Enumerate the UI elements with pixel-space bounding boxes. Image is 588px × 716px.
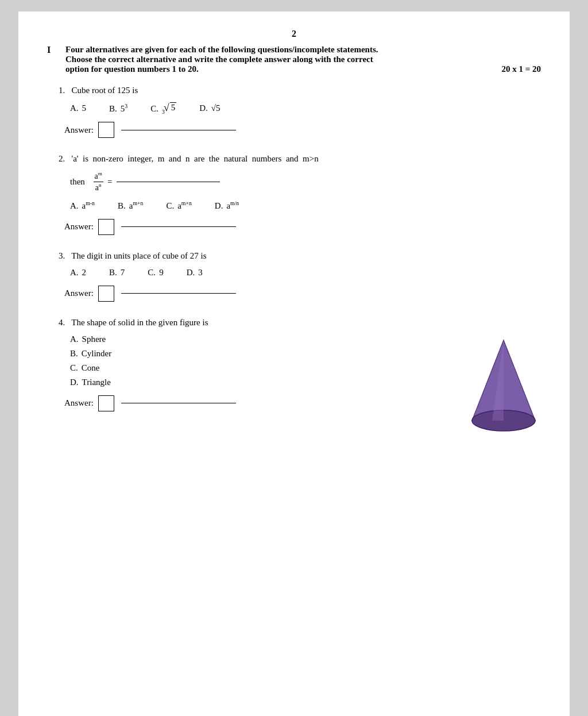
q2-content: 'a' is non-zero integer, m and n are the… (72, 154, 319, 163)
q4-answer-label: Answer: (64, 398, 94, 408)
q2-option-d: D. am/n (215, 200, 239, 211)
question-4-text: 4. The shape of solid in the given figur… (59, 318, 541, 328)
q1-option-d-value: √5 (211, 103, 220, 113)
q3-option-d-value: 3 (198, 268, 203, 278)
section-header: I Four alternatives are given for each o… (47, 45, 541, 74)
q1-number: 1. (59, 86, 65, 95)
q1-content: Cube root of 125 is (72, 86, 138, 95)
q4-option-a: A. Sphere (70, 334, 443, 344)
q3-option-b-label: B. (109, 268, 117, 278)
q3-option-a-label: A. (70, 268, 79, 278)
q2-option-a-value: am-n (82, 200, 95, 211)
q4-option-c: C. Cone (70, 363, 443, 373)
q2-equals: = (107, 177, 112, 187)
q1-answer-row: Answer: (59, 122, 541, 138)
question-3-text: 3. The digit in units place of cube of 2… (59, 251, 541, 261)
q4-option-a-value: Sphere (82, 334, 106, 344)
q2-option-b-value: am+n (129, 200, 144, 211)
section-number: I (47, 45, 56, 74)
q2-option-b-label: B. (118, 201, 126, 211)
q3-options: A. 2 B. 7 C. 9 D. 3 (59, 268, 541, 278)
q4-answer-row: Answer: (59, 395, 443, 411)
instructions-line2: Choose the correct alternative and write… (65, 55, 373, 64)
q2-option-a-label: A. (70, 201, 79, 211)
q1-answer-box[interactable] (98, 122, 114, 138)
q4-option-d-label: D. (70, 378, 79, 387)
q1-option-a: A. 5 (70, 103, 86, 113)
q2-option-b: B. am+n (118, 200, 143, 211)
q4-option-b: B. Cylinder (70, 349, 443, 359)
q2-options: A. am-n B. am+n C. am×n D. am/n (59, 200, 541, 211)
instructions-line1: Four alternatives are given for each of … (65, 45, 378, 54)
q1-option-b: B. 53 (109, 103, 127, 114)
q2-then-label: then (70, 177, 85, 187)
q3-answer-label: Answer: (64, 288, 94, 298)
q4-option-b-value: Cylinder (82, 349, 112, 359)
q4-option-b-label: B. (70, 349, 78, 359)
q2-option-c-label: C. (166, 201, 174, 211)
q4-option-d: D. Triangle (70, 378, 443, 387)
q2-answer-box[interactable] (98, 219, 114, 235)
q4-option-d-value: Triangle (82, 378, 111, 387)
q3-option-a: A. 2 (70, 268, 86, 278)
q1-option-a-value: 5 (82, 103, 87, 113)
exam-page: 2 I Four alternatives are given for each… (18, 11, 570, 716)
q2-fraction: am an (94, 171, 103, 193)
q3-number: 3. (59, 251, 65, 260)
q1-option-c-value: 3 √ 5 (162, 102, 176, 113)
q4-layout: A. Sphere B. Cylinder C. Cone D. Triangl… (59, 334, 541, 440)
q3-option-d: D. 3 (187, 268, 203, 278)
q2-option-d-label: D. (215, 201, 223, 211)
question-1-text: 1. Cube root of 125 is (59, 86, 541, 95)
q3-option-b: B. 7 (109, 268, 125, 278)
page-number: 2 (47, 29, 541, 39)
score-info: 20 x 1 = 20 (501, 64, 541, 74)
q1-answer-label: Answer: (64, 125, 94, 135)
q1-option-b-value: 53 (121, 103, 127, 114)
q3-option-c-label: C. (148, 268, 156, 278)
cone-svg (466, 334, 541, 438)
q4-option-c-value: Cone (82, 363, 100, 373)
q2-answer-label: Answer: (64, 222, 94, 232)
q3-option-b-value: 7 (121, 268, 125, 278)
q3-content: The digit in units place of cube of 27 i… (71, 251, 206, 260)
q3-option-d-label: D. (187, 268, 195, 278)
q4-option-a-label: A. (70, 334, 79, 344)
q2-option-c-value: am×n (177, 200, 192, 211)
q2-option-a: A. am-n (70, 200, 95, 211)
q2-option-d-value: am/n (226, 200, 239, 211)
q3-answer-box[interactable] (98, 286, 114, 302)
q4-answer-line (121, 403, 236, 403)
question-2-text: 2. 'a' is non-zero integer, m and n are … (59, 154, 541, 164)
q2-option-c: C. am×n (166, 200, 191, 211)
q4-options: A. Sphere B. Cylinder C. Cone D. Triangl… (59, 334, 443, 411)
instructions-line3: option for question numbers 1 to 20. (65, 64, 199, 74)
q1-option-c: C. 3 √ 5 (150, 102, 176, 114)
question-2: 2. 'a' is non-zero integer, m and n are … (47, 154, 541, 235)
question-3: 3. The digit in units place of cube of 2… (47, 251, 541, 302)
q3-option-c-value: 9 (159, 268, 164, 278)
q3-answer-line (121, 293, 236, 294)
question-4: 4. The shape of solid in the given figur… (47, 318, 541, 440)
q4-answer-box[interactable] (98, 395, 114, 411)
radical-content: 5 (170, 102, 177, 113)
q1-option-c-label: C. (150, 104, 158, 114)
q1-option-d: D. √5 (199, 103, 220, 113)
q1-option-b-label: B. (109, 104, 117, 114)
q1-option-d-label: D. (199, 103, 208, 113)
q1-options: A. 5 B. 53 C. 3 √ 5 D. √5 (59, 102, 541, 114)
fraction-denominator: an (94, 182, 103, 193)
section-instructions: Four alternatives are given for each of … (65, 45, 492, 74)
q2-answer-row: Answer: (59, 219, 541, 235)
fraction-numerator: am (94, 171, 103, 182)
q1-answer-line (121, 130, 236, 130)
q4-options-list: A. Sphere B. Cylinder C. Cone D. Triangl… (59, 334, 443, 387)
q2-number: 2. (59, 154, 65, 163)
q1-option-a-label: A. (70, 103, 79, 113)
cube-root-index: 3 (162, 109, 165, 115)
q2-answer-line (121, 226, 236, 227)
q3-option-c: C. 9 (148, 268, 163, 278)
q2-answer-line-inline (117, 182, 220, 182)
q4-content: The shape of solid in the given figure i… (71, 318, 208, 327)
q2-equation: then am an = (59, 171, 541, 193)
